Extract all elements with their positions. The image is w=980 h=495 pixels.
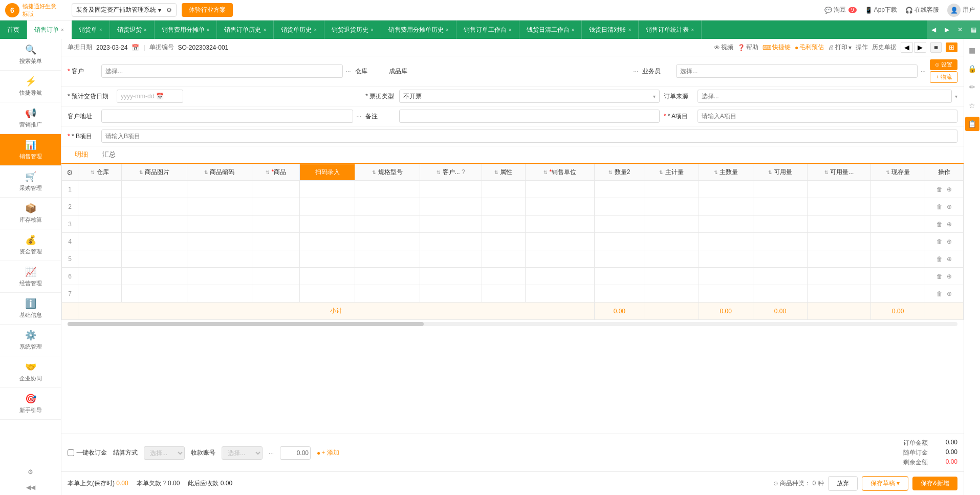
cell-action[interactable]: 🗑 ⊕ (925, 268, 964, 285)
cell-code[interactable] (187, 216, 252, 233)
close-icon[interactable]: × (314, 27, 317, 33)
user-area[interactable]: 👤 用户 (947, 4, 975, 17)
cell-available2[interactable] (808, 181, 871, 198)
cell-customer-code[interactable] (420, 181, 482, 198)
sidebar-item-marketing[interactable]: 📢 营销推广 (0, 102, 61, 134)
cell-qty2[interactable] (595, 233, 644, 250)
payment-select[interactable]: 选择... (144, 446, 185, 460)
print-btn[interactable]: 🖨 打印 ▾ (828, 43, 852, 52)
cell-spec[interactable] (355, 181, 420, 198)
delete-icon[interactable]: 🗑 (937, 203, 943, 210)
cell-action[interactable]: 🗑 ⊕ (925, 181, 964, 198)
cell-code[interactable] (187, 233, 252, 250)
tab-sales-stats[interactable]: 销售订单统计表 × (639, 20, 702, 39)
horizontal-scrollbar[interactable] (68, 322, 957, 326)
delete-icon[interactable]: 🗑 (937, 238, 943, 245)
cell-scan[interactable] (300, 198, 355, 216)
cell-main-unit[interactable] (644, 285, 699, 303)
sidebar-item-sales[interactable]: 📊 销售管理 (0, 134, 61, 166)
tab-expense-history[interactable]: 销售费用分摊单历史 × (381, 20, 456, 39)
close-icon[interactable]: × (371, 27, 374, 33)
settings-form-btn[interactable]: ⊙ 设置 (930, 59, 957, 70)
cell-scan[interactable] (300, 285, 355, 303)
cell-spec[interactable] (355, 233, 420, 250)
add-btn[interactable]: ● + 添加 (317, 448, 339, 457)
cell-qty2[interactable] (595, 250, 644, 268)
one-click-input[interactable] (68, 449, 74, 456)
cell-main-qty[interactable] (699, 285, 753, 303)
close-icon[interactable]: × (263, 27, 266, 33)
right-icon-edit[interactable]: ✏ (965, 80, 979, 94)
sort-icon[interactable]: ⇅ (139, 170, 143, 175)
tab-sales-order[interactable]: 销售订单 × (27, 20, 72, 39)
cell-action[interactable]: 🗑 ⊕ (925, 216, 964, 233)
cell-stock[interactable] (871, 198, 925, 216)
cell-customer-code[interactable] (420, 216, 482, 233)
salesperson-more-icon[interactable]: ··· (921, 68, 926, 75)
cell-product[interactable] (252, 233, 299, 250)
cell-product[interactable] (252, 268, 299, 285)
right-icon-grid[interactable]: ▦ (965, 43, 979, 57)
one-click-checkbox[interactable]: 一键收订金 (68, 448, 107, 457)
cell-available[interactable] (753, 250, 807, 268)
app-download[interactable]: 📱 App下载 (865, 6, 897, 14)
cell-main-unit[interactable] (644, 250, 699, 268)
cell-unit[interactable] (525, 250, 595, 268)
address-input[interactable] (101, 110, 353, 123)
cell-stock[interactable] (871, 285, 925, 303)
cell-warehouse[interactable] (78, 233, 122, 250)
sort-icon[interactable]: ⇅ (824, 170, 829, 175)
cell-spec[interactable] (355, 198, 420, 216)
close-icon[interactable]: × (207, 27, 210, 33)
cell-warehouse[interactable] (78, 181, 122, 198)
cell-attr[interactable] (482, 216, 525, 233)
cell-main-unit[interactable] (644, 181, 699, 198)
sidebar-item-inventory[interactable]: 📦 库存核算 (0, 198, 61, 229)
cell-available[interactable] (753, 198, 807, 216)
cell-warehouse[interactable] (78, 250, 122, 268)
system-selector[interactable]: 装备及固定资产辅助管理系统 ▾ ⚙ (72, 3, 177, 17)
cell-unit[interactable] (525, 268, 595, 285)
copy-icon[interactable]: ⊕ (947, 273, 952, 280)
sidebar-settings[interactable]: ⚙ (0, 464, 61, 480)
cell-available2[interactable] (808, 268, 871, 285)
cell-main-qty[interactable] (699, 181, 753, 198)
cell-available[interactable] (753, 268, 807, 285)
cell-unit[interactable] (525, 285, 595, 303)
sort-icon[interactable]: ⇅ (886, 170, 890, 175)
cell-available2[interactable] (808, 285, 871, 303)
cell-code[interactable] (187, 198, 252, 216)
cell-unit[interactable] (525, 233, 595, 250)
customer-more-icon[interactable]: ··· (346, 68, 351, 75)
copy-icon[interactable]: ⊕ (947, 221, 952, 228)
cell-attr[interactable] (482, 181, 525, 198)
sort-icon[interactable]: ⇅ (768, 170, 772, 175)
cell-action[interactable]: 🗑 ⊕ (925, 250, 964, 268)
cell-attr[interactable] (482, 268, 525, 285)
cell-available2[interactable] (808, 250, 871, 268)
prev-record-btn[interactable]: ◀ (901, 42, 913, 53)
order-source-input[interactable] (698, 90, 952, 103)
nav-prev-arrow[interactable]: ◀ (927, 20, 940, 39)
sidebar-item-operation[interactable]: 📈 经营管理 (0, 261, 61, 293)
amount-input[interactable] (280, 446, 311, 460)
discard-btn[interactable]: 放弃 (828, 476, 858, 491)
cell-stock[interactable] (871, 268, 925, 285)
sort-icon[interactable]: ⇅ (714, 170, 718, 175)
sidebar-collapse[interactable]: ◀◀ (0, 480, 61, 495)
sidebar-item-guide[interactable]: 🎯 新手引导 (0, 388, 61, 420)
cell-action[interactable]: 🗑 ⊕ (925, 233, 964, 250)
sidebar-item-basic[interactable]: ℹ️ 基础信息 (0, 293, 61, 325)
cell-code[interactable] (187, 250, 252, 268)
right-icon-clipboard[interactable]: 📋 (965, 117, 979, 131)
cell-stock[interactable] (871, 181, 925, 198)
tab-workbench[interactable]: 销售订单工作台 × (456, 20, 519, 39)
right-icon-lock[interactable]: 🔒 (965, 61, 979, 76)
cell-customer-code[interactable] (420, 268, 482, 285)
close-icon[interactable]: × (99, 27, 102, 33)
cell-available2[interactable] (808, 233, 871, 250)
message-area[interactable]: 💬 淘豆 9 (824, 6, 857, 14)
view-btn[interactable]: 👁 视频 (714, 43, 733, 52)
cell-product[interactable] (252, 198, 299, 216)
industry-btn[interactable]: 体验行业方案 (182, 3, 233, 17)
